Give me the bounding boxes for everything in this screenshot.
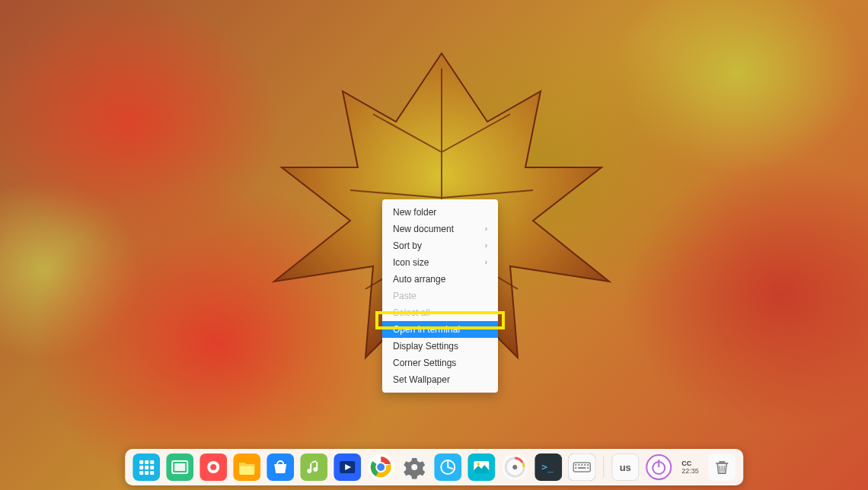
dock-files-icon[interactable] <box>233 453 260 481</box>
svg-rect-9 <box>150 471 154 475</box>
dock-store-icon[interactable] <box>266 453 294 481</box>
menu-item-label: Set Wallpaper <box>393 374 450 385</box>
svg-point-15 <box>210 464 216 470</box>
menu-item-label: Display Settings <box>393 341 458 352</box>
menu-item-select-all: Select all <box>382 304 498 321</box>
svg-rect-41 <box>581 464 582 466</box>
svg-rect-5 <box>145 466 148 469</box>
svg-rect-4 <box>139 466 143 469</box>
menu-item-new-document[interactable]: New document › <box>382 221 498 237</box>
dock-date-label: CC <box>681 460 699 467</box>
svg-point-34 <box>512 465 517 469</box>
keyboard-layout-label: us <box>620 462 631 473</box>
chevron-right-icon: › <box>485 240 487 251</box>
menu-item-set-wallpaper[interactable]: Set Wallpaper <box>382 371 498 388</box>
svg-line-51 <box>720 466 720 472</box>
dock-image-viewer-icon[interactable] <box>468 453 495 481</box>
svg-rect-42 <box>584 464 586 466</box>
dock-terminal-icon[interactable]: >_ <box>535 453 562 481</box>
dock-keyboard-layout[interactable]: us <box>611 453 639 481</box>
dock-settings-icon[interactable] <box>400 453 428 481</box>
menu-item-label: Open in terminal <box>393 324 460 335</box>
dock-separator <box>603 457 604 478</box>
svg-rect-45 <box>578 467 586 469</box>
menu-item-new-folder[interactable]: New folder <box>382 204 498 221</box>
svg-text:>_: >_ <box>541 461 554 473</box>
dock-onscreen-keyboard-icon[interactable] <box>568 453 595 481</box>
menu-item-icon-size[interactable]: Icon size › <box>382 254 498 271</box>
chevron-right-icon: › <box>485 224 487 234</box>
menu-item-display-settings[interactable]: Display Settings <box>382 338 498 355</box>
svg-rect-7 <box>139 471 143 475</box>
menu-item-paste: Paste <box>382 288 498 304</box>
dock-datetime[interactable]: CC 22:35 <box>678 460 702 475</box>
dock-time-label: 22:35 <box>681 467 699 475</box>
svg-rect-2 <box>145 460 148 464</box>
desktop-context-menu: New folder New document › Sort by › Icon… <box>382 199 498 393</box>
menu-item-label: Sort by <box>393 240 422 251</box>
menu-item-label: Auto arrange <box>393 274 445 285</box>
dock-video-icon[interactable] <box>333 453 361 481</box>
dock-music-icon[interactable] <box>300 453 327 481</box>
svg-rect-3 <box>150 460 154 464</box>
svg-point-31 <box>477 463 480 466</box>
menu-item-corner-settings[interactable]: Corner Settings <box>382 355 498 371</box>
dock-chrome-icon[interactable] <box>367 453 394 481</box>
chevron-right-icon: › <box>485 257 487 268</box>
menu-item-label: Icon size <box>393 257 429 268</box>
svg-rect-18 <box>300 453 327 481</box>
svg-rect-46 <box>587 467 589 469</box>
svg-point-26 <box>411 464 417 470</box>
menu-item-sort-by[interactable]: Sort by › <box>382 237 498 254</box>
svg-rect-43 <box>587 464 589 466</box>
svg-rect-44 <box>575 467 576 469</box>
dock-launcher-icon[interactable] <box>132 453 160 481</box>
svg-rect-8 <box>145 471 148 475</box>
desktop-wallpaper[interactable]: New folder New document › Sort by › Icon… <box>0 0 868 490</box>
menu-item-label: Select all <box>393 307 430 318</box>
dock: >_ us CC 22:35 <box>125 449 743 485</box>
svg-rect-1 <box>139 460 143 464</box>
menu-item-label: Corner Settings <box>393 358 456 368</box>
dock-screenshot-icon[interactable] <box>199 453 227 481</box>
menu-item-label: New document <box>393 224 454 234</box>
menu-item-auto-arrange[interactable]: Auto arrange <box>382 271 498 288</box>
svg-line-53 <box>723 466 724 472</box>
dock-trash-icon[interactable] <box>708 453 736 481</box>
svg-rect-12 <box>174 463 185 471</box>
svg-rect-40 <box>578 464 579 466</box>
svg-rect-6 <box>150 466 154 469</box>
menu-item-open-in-terminal[interactable]: Open in terminal <box>382 321 498 338</box>
dock-multitasking-icon[interactable] <box>166 453 193 481</box>
menu-item-label: New folder <box>393 207 436 218</box>
dock-systemmonitor-icon[interactable] <box>434 453 461 481</box>
dock-power-icon[interactable] <box>645 453 672 481</box>
dock-color-picker-icon[interactable] <box>501 453 528 481</box>
menu-item-label: Paste <box>393 291 416 301</box>
svg-rect-39 <box>575 464 576 466</box>
